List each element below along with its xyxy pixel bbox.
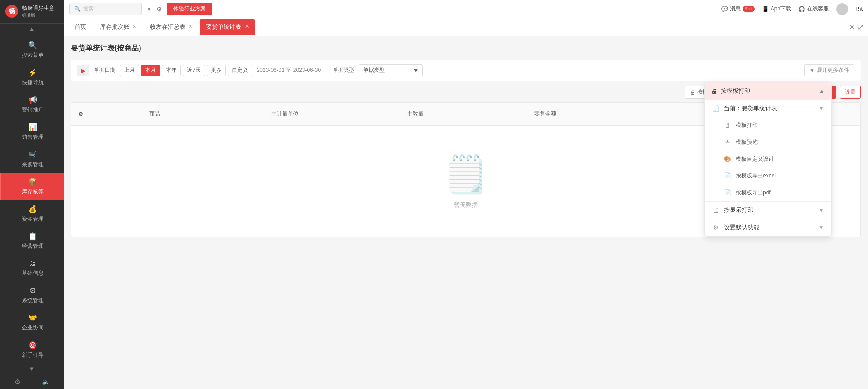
header-gear-icon[interactable]: ⚙ — [156, 5, 162, 13]
quick-nav-icon: ⚡ — [28, 68, 37, 77]
sidebar-item-label: 库存核算 — [22, 188, 44, 196]
template-design-icon: 🎨 — [724, 156, 731, 162]
date-btn-custom[interactable]: 自定义 — [228, 65, 252, 76]
type-select-chevron-icon: ▼ — [413, 67, 419, 74]
date-btn-more[interactable]: 更多 — [207, 65, 226, 76]
app-version: 标准版 — [22, 12, 55, 19]
date-btn-this-year[interactable]: 本年 — [162, 65, 181, 76]
th-settings[interactable]: ⚙ — [71, 108, 90, 120]
dropdown-export-pdf[interactable]: 📄 按模板导出pdf — [705, 184, 831, 201]
message-icon: 💬 — [721, 6, 728, 12]
volume-icon[interactable]: 🔈 — [42, 378, 50, 385]
dropdown-close-button[interactable]: ▲ — [818, 87, 825, 95]
print-dropdown: 🖨 按模板打印 ▲ 📄 当前：要货单统计表 ▼ 🖨 模板打印 👁 模板预览 🎨 — [704, 82, 832, 237]
sidebar-item-label: 系统管理 — [22, 297, 44, 304]
th-product: 商品 — [90, 107, 220, 121]
tab-order-stats[interactable]: 要货单统计表 ✕ — [200, 19, 255, 35]
dropdown-template-print[interactable]: 🖨 模板打印 — [705, 117, 831, 134]
tab-home[interactable]: 首页 — [68, 19, 93, 35]
settings-button[interactable]: 设置 — [840, 86, 861, 99]
search-bar[interactable]: 🔍 搜索 — [69, 3, 142, 15]
set-default-arrow-icon: ▼ — [818, 224, 824, 231]
date-filter-label: 单据日期 — [94, 66, 115, 74]
operations-icon: 📋 — [28, 232, 37, 241]
sidebar-item-label: 经营管理 — [22, 242, 44, 250]
messages-badge: 99+ — [743, 6, 755, 12]
sidebar-item-operations[interactable]: 📋 经营管理 — [0, 227, 64, 255]
service-icon: 🎧 — [798, 6, 805, 12]
search-icon: 🔍 — [74, 6, 81, 12]
tab-close-all-icon[interactable]: ✕ — [849, 23, 855, 31]
sidebar-item-enterprise[interactable]: 🤝 企业协同 — [0, 309, 64, 336]
sidebar-bottom: ⚙ 🔈 — [0, 374, 64, 389]
sidebar-item-search[interactable]: 🔍 搜索菜单 — [0, 36, 64, 64]
sidebar: 畅 畅康通好生意 标准版 ▲ 🔍 搜索菜单 ⚡ 快捷导航 📢 营销推广 📊 销售… — [0, 0, 64, 389]
sidebar-item-label: 资金管理 — [22, 215, 44, 223]
sidebar-scroll-down[interactable]: ▼ — [0, 363, 64, 374]
sidebar-item-quick-nav[interactable]: ⚡ 快捷导航 — [0, 64, 64, 91]
dropdown-header: 🖨 按模板打印 ▲ — [705, 82, 831, 100]
sidebar-item-guide[interactable]: 🎯 新手引导 — [0, 336, 64, 363]
current-template-icon: 📄 — [712, 105, 719, 112]
date-range-display: 2023-06-01 至 2023-06-30 — [257, 66, 321, 74]
tab-order-stats-label: 要货单统计表 — [206, 23, 241, 31]
dropdown-title-label: 按模板打印 — [721, 87, 750, 95]
export-excel-label: 按模板导出excel — [736, 172, 776, 180]
sidebar-item-marketing[interactable]: 📢 营销推广 — [0, 91, 64, 118]
sidebar-item-purchase[interactable]: 🛒 采购管理 — [0, 146, 64, 173]
top-header: 🔍 搜索 ▼ ⚙ 体验行业方案 💬 消息 99+ 📱 App下载 🎧 在线客服 … — [64, 0, 868, 18]
dropdown-display-print[interactable]: 🖨 按显示打印 ▼ — [705, 202, 831, 219]
online-service-button[interactable]: 🎧 在线客服 — [798, 5, 829, 13]
guide-icon: 🎯 — [28, 341, 37, 349]
tab-inventory-batch-close[interactable]: ✕ — [132, 24, 136, 30]
tab-receivable-summary-close[interactable]: ✕ — [188, 24, 192, 30]
dropdown-template-design[interactable]: 🎨 模板自定义设计 — [705, 151, 831, 167]
sidebar-item-label: 快捷导航 — [22, 79, 44, 86]
dropdown-current-template[interactable]: 📄 当前：要货单统计表 ▼ — [705, 100, 831, 117]
tab-order-stats-close[interactable]: ✕ — [245, 24, 249, 30]
sidebar-item-sales[interactable]: 📊 销售管理 — [0, 118, 64, 146]
header-right: 💬 消息 99+ 📱 App下载 🎧 在线客服 Rit — [721, 3, 863, 15]
trial-button[interactable]: 体验行业方案 — [167, 3, 212, 15]
settings-bottom-icon[interactable]: ⚙ — [15, 378, 20, 385]
purchase-icon: 🛒 — [28, 150, 37, 159]
filter-expand-button[interactable]: ▶ — [77, 65, 89, 76]
dropdown-template-preview[interactable]: 👁 模板预览 — [705, 134, 831, 151]
template-preview-icon: 👁 — [724, 139, 731, 146]
dropdown-title: 🖨 按模板打印 — [711, 87, 750, 95]
date-btn-7days[interactable]: 近7天 — [183, 65, 205, 76]
export-pdf-label: 按模板导出pdf — [736, 189, 771, 197]
template-preview-label: 模板预览 — [736, 138, 758, 146]
messages-button[interactable]: 💬 消息 99+ — [721, 5, 755, 13]
th-unit: 主计量单位 — [220, 107, 350, 121]
settings-label: 设置 — [845, 88, 856, 96]
sidebar-scroll-up[interactable]: ▲ — [0, 24, 64, 35]
filter-bar: ▶ 单据日期 上月 本月 本年 近7天 更多 自定义 2023-06-01 至 … — [71, 60, 861, 81]
user-avatar[interactable] — [836, 3, 848, 15]
sidebar-item-system[interactable]: ⚙ 系统管理 — [0, 282, 64, 309]
sidebar-item-finance[interactable]: 💰 资金管理 — [0, 200, 64, 227]
sidebar-item-inventory[interactable]: 📦 库存核算 — [0, 173, 64, 200]
template-design-label: 模板自定义设计 — [736, 155, 774, 163]
dropdown-section: 🖨 按显示打印 ▼ ⚙ 设置默认功能 ▼ — [705, 201, 831, 236]
dropdown-set-default[interactable]: ⚙ 设置默认功能 ▼ — [705, 219, 831, 236]
header-chevron-icon[interactable]: ▼ — [146, 6, 152, 12]
dropdown-export-excel[interactable]: 📄 按模板导出excel — [705, 167, 831, 184]
tab-home-label: 首页 — [75, 23, 86, 31]
tab-receivable-summary[interactable]: 收发存汇总表 ✕ — [144, 19, 199, 35]
print-icon: 🖨 — [690, 89, 695, 96]
tab-expand-icon[interactable]: ⤢ — [858, 23, 863, 31]
th-quantity: 主数量 — [350, 107, 480, 121]
app-download-button[interactable]: 📱 App下载 — [762, 5, 791, 13]
tabs-right: ✕ ⤢ — [849, 23, 863, 31]
date-btn-this-month[interactable]: 本月 — [141, 65, 160, 76]
sidebar-nav: 🔍 搜索菜单 ⚡ 快捷导航 📢 营销推广 📊 销售管理 🛒 采购管理 📦 库存核… — [0, 35, 64, 363]
tab-inventory-batch[interactable]: 库存批次账 ✕ — [94, 19, 143, 35]
search-nav-icon: 🔍 — [28, 41, 37, 50]
system-icon: ⚙ — [30, 286, 36, 295]
type-filter-select[interactable]: 单据类型 ▼ — [359, 64, 423, 76]
sidebar-item-basic[interactable]: 🗂 基础信息 — [0, 255, 64, 282]
date-btn-prev-month[interactable]: 上月 — [120, 65, 139, 76]
export-excel-icon: 📄 — [724, 172, 731, 179]
expand-more-button[interactable]: ▼ 展开更多条件 — [804, 64, 854, 76]
